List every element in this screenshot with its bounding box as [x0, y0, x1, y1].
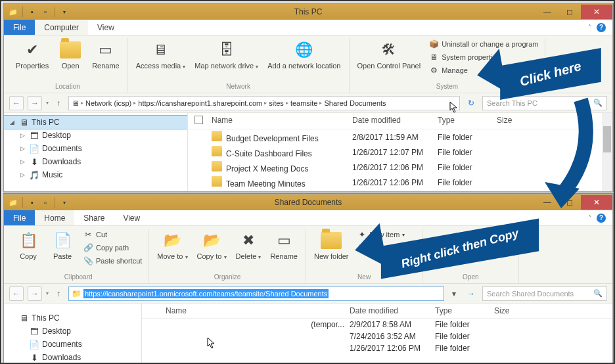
titlebar[interactable]: 📁 ▪ ▫ ▾ Shared Documents — ◻ ✕: [4, 194, 612, 210]
list-item[interactable]: 7/24/2016 3:52 AM File folder: [142, 330, 612, 342]
tree-desktop[interactable]: ▷ 🗔 Desktop: [4, 129, 187, 142]
new-folder-qat-icon[interactable]: ▫: [40, 197, 51, 208]
qat-dropdown-icon[interactable]: ▾: [59, 7, 70, 17]
list-item[interactable]: 1/26/2017 12:06 PM File folder: [142, 342, 612, 354]
properties-button[interactable]: ✔ Properties: [13, 38, 51, 71]
col-size[interactable]: Size: [494, 306, 540, 315]
list-item[interactable]: C-Suite Dashboard Files 1/26/2017 12:07 …: [188, 145, 612, 160]
paste-button[interactable]: 📄 Paste: [47, 229, 78, 262]
col-size[interactable]: Size: [497, 116, 543, 126]
help-icon[interactable]: ?: [597, 23, 606, 32]
new-folder-button[interactable]: New folder: [311, 229, 352, 262]
close-button[interactable]: ✕: [581, 195, 612, 210]
tree-desktop[interactable]: 🗔 Desktop: [4, 325, 141, 338]
collapse-ribbon-icon[interactable]: ˄: [588, 24, 591, 31]
new-folder-qat-icon[interactable]: ▫: [40, 7, 51, 17]
minimize-button[interactable]: —: [536, 5, 558, 19]
nav-pane[interactable]: 🖥 This PC 🗔 Desktop 📄 Documents ⬇ Downlo…: [4, 304, 142, 363]
tree-this-pc[interactable]: 🖥 This PC: [4, 311, 141, 325]
recent-dropdown-icon[interactable]: ▾: [46, 100, 49, 106]
back-button[interactable]: ←: [9, 286, 24, 301]
vertical-scrollbar[interactable]: [602, 113, 612, 191]
expand-icon[interactable]: ▷: [18, 171, 26, 178]
copy-to-button[interactable]: 📂 Copy to ▾: [194, 229, 229, 262]
paste-shortcut-button[interactable]: 📎 Paste shortcut: [81, 255, 143, 267]
delete-button[interactable]: ✖ Delete ▾: [233, 229, 264, 262]
file-list[interactable]: Name Date modified Type Size Budget Deve…: [188, 113, 612, 191]
tree-documents[interactable]: 📄 Documents: [4, 338, 141, 351]
column-headers[interactable]: Name Date modified Type Size: [188, 113, 612, 129]
column-headers[interactable]: Name Date modified Type Size: [142, 304, 612, 319]
list-item[interactable]: (tempor... 2/9/2017 8:58 AM File folder: [142, 319, 612, 330]
minimize-button[interactable]: —: [536, 195, 558, 210]
titlebar[interactable]: 📁 ▪ ▫ ▾ This PC — ◻ ✕: [4, 4, 612, 20]
computer-tab[interactable]: Computer: [35, 20, 88, 35]
rename-button[interactable]: ▭ Rename: [267, 229, 300, 262]
forward-button[interactable]: →: [28, 286, 42, 301]
up-button[interactable]: ↑: [53, 96, 64, 110]
col-name[interactable]: Name: [166, 306, 350, 315]
folder-icon[interactable]: 📁: [8, 197, 18, 208]
add-network-location-button[interactable]: 🌐 Add a network location: [265, 38, 343, 71]
breadcrumb-part[interactable]: Network (icsp): [85, 99, 131, 107]
open-control-panel-button[interactable]: 🛠 Open Control Panel: [355, 38, 424, 71]
move-to-button[interactable]: 📂 Move to ▾: [154, 229, 190, 262]
tree-downloads[interactable]: ▷ ⬇ Downloads: [4, 155, 187, 168]
uninstall-button[interactable]: 📦 Uninstall or change a program: [427, 38, 539, 50]
copy-button[interactable]: 📋 Copy: [13, 229, 43, 262]
col-name[interactable]: Name: [212, 116, 352, 126]
properties-qat-icon[interactable]: ▪: [27, 197, 37, 208]
up-button[interactable]: ↑: [53, 286, 64, 301]
folder-icon[interactable]: 📁: [8, 7, 18, 17]
recent-dropdown-icon[interactable]: ▾: [46, 290, 49, 296]
col-date[interactable]: Date modified: [352, 116, 438, 126]
help-icon[interactable]: ?: [597, 214, 606, 223]
list-item[interactable]: Budget Development Files 2/8/2017 11:59 …: [188, 129, 612, 145]
breadcrumb-part[interactable]: Shared Documents: [324, 99, 386, 107]
cut-button[interactable]: ✂ Cut: [81, 229, 143, 240]
nav-pane[interactable]: ◢ 🖥 This PC ▷ 🗔 Desktop ▷ 📄 Documents ▷ …: [4, 113, 188, 191]
expand-icon[interactable]: ▷: [18, 158, 26, 165]
breadcrumb[interactable]: 🖥 ▸ Network (icsp)▸ https://icansharepoi…: [68, 96, 460, 110]
rename-button[interactable]: ▭ Rename: [89, 38, 122, 71]
tree-documents[interactable]: ▷ 📄 Documents: [4, 142, 187, 155]
list-item[interactable]: Team Meeting Minutes 1/26/2017 12:06 PM …: [188, 175, 612, 190]
col-type[interactable]: Type: [435, 306, 494, 315]
map-drive-button[interactable]: 🗄 Map network drive ▾: [192, 38, 261, 72]
tree-downloads[interactable]: ⬇ Downloads: [4, 351, 141, 363]
file-tab[interactable]: File: [4, 20, 35, 35]
expand-icon[interactable]: ▷: [18, 132, 26, 139]
expand-icon[interactable]: ◢: [8, 119, 16, 125]
breadcrumb-part[interactable]: sites: [269, 99, 284, 107]
access-media-button[interactable]: 🖥 Access media ▾: [133, 38, 189, 72]
forward-button[interactable]: →: [28, 96, 42, 110]
tree-this-pc[interactable]: ◢ 🖥 This PC: [4, 116, 187, 129]
copy-path-button[interactable]: 🔗 Copy path: [81, 242, 143, 254]
qat-dropdown-icon[interactable]: ▾: [59, 197, 70, 208]
search-input[interactable]: Search Shared Documents 🔍: [482, 286, 607, 301]
breadcrumb-part[interactable]: teamsite: [290, 99, 318, 107]
view-tab[interactable]: View: [88, 20, 124, 35]
share-tab[interactable]: Share: [74, 210, 114, 225]
close-button[interactable]: ✕: [581, 5, 612, 19]
go-button[interactable]: →: [464, 289, 478, 298]
refresh-button[interactable]: ↻: [464, 96, 478, 110]
select-all-checkbox[interactable]: [194, 116, 203, 124]
collapse-ribbon-icon[interactable]: ˄: [588, 214, 591, 221]
file-list[interactable]: Name Date modified Type Size (tempor... …: [142, 304, 612, 363]
address-input[interactable]: 📁 https://icansharepoint1.onmicrosoft.co…: [68, 286, 444, 301]
view-tab[interactable]: View: [114, 210, 149, 225]
properties-qat-icon[interactable]: ▪: [27, 7, 37, 17]
home-tab[interactable]: Home: [35, 210, 74, 225]
col-type[interactable]: Type: [438, 116, 497, 126]
expand-icon[interactable]: ▷: [18, 145, 26, 152]
address-dropdown-icon[interactable]: ▾: [448, 289, 460, 298]
back-button[interactable]: ←: [9, 96, 24, 110]
col-date[interactable]: Date modified: [350, 306, 435, 315]
list-item[interactable]: Project X Meeting Docs 1/26/2017 12:06 P…: [188, 160, 612, 175]
maximize-button[interactable]: ◻: [558, 5, 581, 19]
breadcrumb-part[interactable]: https://icansharepoint1.sharepoint.com: [138, 99, 262, 107]
file-tab[interactable]: File: [4, 210, 35, 225]
tree-music[interactable]: ▷ 🎵 Music: [4, 168, 187, 181]
open-button[interactable]: Open: [55, 38, 85, 71]
